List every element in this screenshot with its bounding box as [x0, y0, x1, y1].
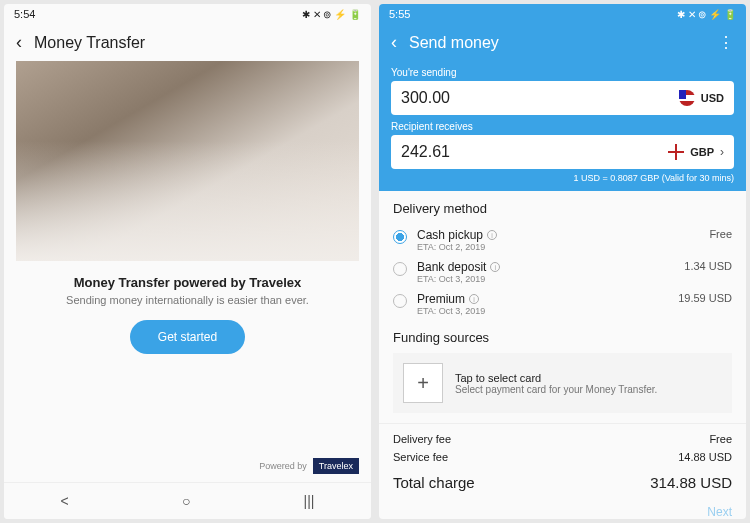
delivery-fee-label: Delivery fee	[393, 433, 451, 445]
status-time: 5:54	[14, 8, 35, 20]
radio-icon[interactable]	[393, 294, 407, 308]
plus-icon: +	[403, 363, 443, 403]
radio-icon[interactable]	[393, 262, 407, 276]
nav-bar: < ○ |||	[4, 482, 371, 519]
nav-recent-icon[interactable]: |||	[304, 493, 315, 509]
status-bar: 5:55 ✱ ✕ ⊚ ⚡ 🔋	[379, 4, 746, 24]
delivery-fee-value: Free	[709, 433, 732, 445]
option-name: Cash pickup i	[417, 228, 497, 242]
status-bar: 5:54 ✱ ✕ ⊚ ⚡ 🔋	[4, 4, 371, 24]
option-eta: ETA: Oct 3, 2019	[417, 274, 674, 284]
option-name: Premium i	[417, 292, 479, 306]
delivery-option[interactable]: Premium iETA: Oct 3, 201919.59 USD	[393, 288, 732, 320]
back-icon[interactable]: ‹	[391, 32, 397, 53]
right-phone: 5:55 ✱ ✕ ⊚ ⚡ 🔋 ‹ Send money ⋮ You're sen…	[379, 4, 746, 519]
delivery-option[interactable]: Cash pickup iETA: Oct 2, 2019Free	[393, 224, 732, 256]
delivery-section: Delivery method Cash pickup iETA: Oct 2,…	[379, 191, 746, 330]
service-fee-label: Service fee	[393, 451, 448, 463]
sending-amount[interactable]: 300.00	[401, 89, 679, 107]
option-price: Free	[709, 228, 732, 240]
hero-image	[16, 61, 359, 261]
rate-note: 1 USD = 0.8087 GBP (Valid for 30 mins)	[391, 173, 734, 183]
info-icon[interactable]: i	[469, 294, 479, 304]
funding-title: Funding sources	[393, 330, 732, 345]
delivery-title: Delivery method	[393, 201, 732, 216]
option-eta: ETA: Oct 2, 2019	[417, 242, 699, 252]
sending-currency: USD	[701, 92, 724, 104]
total-value: 314.88 USD	[650, 474, 732, 491]
status-time: 5:55	[389, 8, 410, 20]
travelex-logo: Travelex	[313, 458, 359, 474]
chevron-right-icon[interactable]: ›	[720, 145, 724, 159]
summary: Delivery fee Free Service fee 14.88 USD …	[379, 423, 746, 519]
powered-label: Powered by	[259, 461, 307, 471]
kebab-icon[interactable]: ⋮	[718, 33, 734, 52]
select-card-button[interactable]: + Tap to select card Select payment card…	[393, 353, 732, 413]
receive-currency: GBP	[690, 146, 714, 158]
option-price: 1.34 USD	[684, 260, 732, 272]
back-icon[interactable]: ‹	[16, 32, 22, 53]
us-flag-icon	[679, 90, 695, 106]
receive-label: Recipient receives	[391, 121, 734, 132]
radio-icon[interactable]	[393, 230, 407, 244]
funding-section: Funding sources + Tap to select card Sel…	[379, 330, 746, 423]
sending-row[interactable]: 300.00 USD	[391, 81, 734, 115]
app-bar: ‹ Money Transfer	[4, 24, 371, 61]
status-icons: ✱ ✕ ⊚ ⚡ 🔋	[302, 9, 361, 20]
intro-heading: Money Transfer powered by Travelex	[16, 275, 359, 290]
intro-sub: Sending money internationally is easier …	[16, 294, 359, 306]
receive-amount: 242.61	[401, 143, 668, 161]
gb-flag-icon	[668, 144, 684, 160]
service-fee-value: 14.88 USD	[678, 451, 732, 463]
total-label: Total charge	[393, 474, 475, 491]
nav-home-icon[interactable]: ○	[182, 493, 190, 509]
delivery-option[interactable]: Bank deposit iETA: Oct 3, 20191.34 USD	[393, 256, 732, 288]
page-title: Money Transfer	[34, 34, 145, 52]
intro-block: Money Transfer powered by Travelex Sendi…	[4, 261, 371, 368]
nav-back-icon[interactable]: <	[61, 493, 69, 509]
get-started-button[interactable]: Get started	[130, 320, 245, 354]
receive-row[interactable]: 242.61 GBP ›	[391, 135, 734, 169]
left-phone: 5:54 ✱ ✕ ⊚ ⚡ 🔋 ‹ Money Transfer Money Tr…	[4, 4, 371, 519]
amount-panel: You're sending 300.00 USD Recipient rece…	[379, 61, 746, 191]
next-button[interactable]: Next	[379, 499, 746, 519]
option-name: Bank deposit i	[417, 260, 500, 274]
page-title: Send money	[409, 34, 499, 52]
info-icon[interactable]: i	[487, 230, 497, 240]
option-price: 19.59 USD	[678, 292, 732, 304]
status-icons: ✱ ✕ ⊚ ⚡ 🔋	[677, 9, 736, 20]
info-icon[interactable]: i	[490, 262, 500, 272]
sending-label: You're sending	[391, 67, 734, 78]
funding-sub-label: Select payment card for your Money Trans…	[455, 384, 657, 395]
powered-by: Powered by Travelex	[4, 450, 371, 482]
option-eta: ETA: Oct 3, 2019	[417, 306, 668, 316]
funding-tap-label: Tap to select card	[455, 372, 657, 384]
app-bar: ‹ Send money ⋮	[379, 24, 746, 61]
